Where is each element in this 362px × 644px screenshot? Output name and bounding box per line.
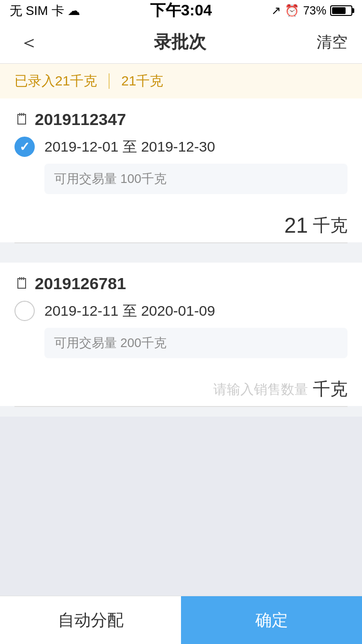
batch1-unit: 千克 xyxy=(313,214,348,238)
summary-total: 21千克 xyxy=(121,72,163,90)
batch1-date: 2019-12-01 至 2019-12-30 xyxy=(44,137,215,157)
batch1-radio[interactable] xyxy=(14,137,35,157)
summary-divider xyxy=(109,73,110,89)
location-icon: ↗ xyxy=(271,4,281,17)
batch2-available: 可用交易量 200千克 xyxy=(44,328,348,358)
nav-bar: ＜ 录批次 清空 xyxy=(0,21,362,64)
back-button[interactable]: ＜ xyxy=(14,24,43,60)
battery-icon xyxy=(330,5,352,16)
batch1-number: 2019112347 xyxy=(35,110,126,129)
status-left: 无 SIM 卡 ☁ xyxy=(10,2,80,19)
no-sim-label: 无 SIM 卡 ☁ xyxy=(10,2,80,19)
batch2-input-row: 请输入销售数量 千克 xyxy=(0,368,362,406)
batch2-row: 2019-12-11 至 2020-01-09 xyxy=(14,301,348,321)
status-time: 下午3:04 xyxy=(150,0,212,21)
batch1-header: 🗒 2019112347 xyxy=(14,110,348,129)
clear-button[interactable]: 清空 xyxy=(317,32,348,53)
status-right: ↗ ⏰ 73% xyxy=(271,4,352,17)
batch2-header: 🗒 2019126781 xyxy=(14,274,348,293)
batch1-amount-input[interactable] xyxy=(211,213,308,238)
summary-banner: 已录入21千克 21千克 xyxy=(0,64,362,98)
auto-distribute-button[interactable]: 自动分配 xyxy=(0,596,181,644)
alarm-icon: ⏰ xyxy=(285,4,299,17)
batch2-number: 2019126781 xyxy=(35,274,126,293)
batch2-doc-icon: 🗒 xyxy=(14,275,30,293)
page-title: 录批次 xyxy=(154,30,206,54)
batch1-available: 可用交易量 100千克 xyxy=(44,164,348,194)
batch1-doc-icon: 🗒 xyxy=(14,111,30,128)
summary-recorded: 已录入21千克 xyxy=(14,72,97,90)
batch2-input-placeholder: 请输入销售数量 xyxy=(213,380,308,399)
section-separator-1 xyxy=(0,253,362,263)
confirm-button[interactable]: 确定 xyxy=(181,596,362,644)
bottom-bar: 自动分配 确定 xyxy=(0,596,362,644)
batch1-amount-row: 千克 xyxy=(0,204,362,242)
batch2-bottom-line xyxy=(14,406,348,407)
batch-card-1: 🗒 2019112347 2019-12-01 至 2019-12-30 可用交… xyxy=(0,98,362,204)
status-bar: 无 SIM 卡 ☁ 下午3:04 ↗ ⏰ 73% xyxy=(0,0,362,21)
batch1-bottom-line xyxy=(14,242,348,243)
batch-card-2: 🗒 2019126781 2019-12-11 至 2020-01-09 可用交… xyxy=(0,263,362,368)
batch2-unit: 千克 xyxy=(313,378,348,401)
batch1-row: 2019-12-01 至 2019-12-30 xyxy=(14,137,348,157)
batch2-date: 2019-12-11 至 2020-01-09 xyxy=(44,301,215,321)
batch2-radio[interactable] xyxy=(14,301,35,321)
battery-percent: 73% xyxy=(303,4,326,17)
